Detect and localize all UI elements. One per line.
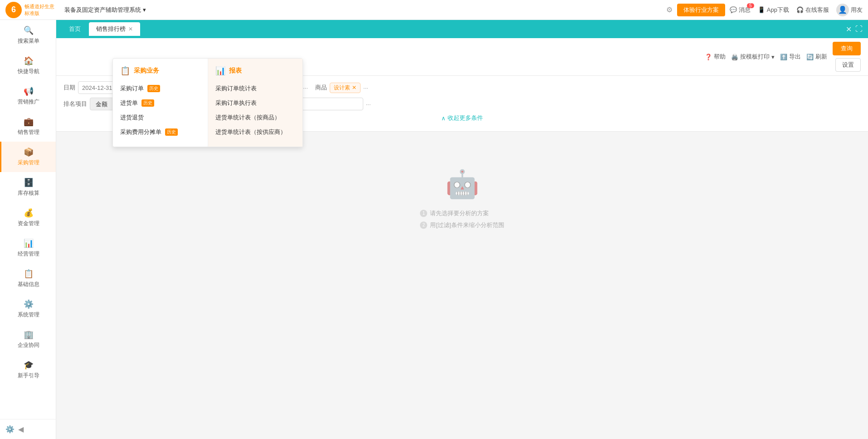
tab-bar: 首页 销售排行榜 ✕ ✕ ⛶ xyxy=(56,20,868,38)
tab-bar-right: ✕ ⛶ xyxy=(846,25,863,34)
tip-num-2: 2 xyxy=(420,222,427,229)
system-title-area[interactable]: 装备及固定资产辅助管理系统 ▾ xyxy=(64,6,662,14)
message-badge: 5 xyxy=(747,3,754,8)
history-badge-po: 历史 xyxy=(147,85,160,92)
sidebar-item-basic-info[interactable]: 📋 基础信息 xyxy=(0,263,56,294)
menu-item-po-stat[interactable]: 采购订单统计表 xyxy=(215,81,296,96)
help-btn[interactable]: ❓ 帮助 xyxy=(705,53,726,61)
menu-item-purchase-order[interactable]: 采购订单 历史 xyxy=(120,81,200,96)
refresh-icon: 🔄 xyxy=(806,54,814,60)
sidebar-item-inventory[interactable]: 🗄️ 库存核算 xyxy=(0,172,56,202)
sidebar-item-search[interactable]: 🔍 搜索菜单 xyxy=(0,20,56,50)
graduate-icon: 🎓 xyxy=(24,360,34,370)
refresh-btn[interactable]: 🔄 刷新 xyxy=(806,53,827,61)
dropdown-right-title: 📊 报表 xyxy=(215,66,296,76)
goods-tag: 设计素 ✕ xyxy=(330,83,361,93)
headset-icon: 🎧 xyxy=(796,6,804,13)
user-btn[interactable]: 👤 用友 xyxy=(836,4,863,16)
chevron-down-icon: ▾ xyxy=(143,6,146,13)
dropdown-right-col: 📊 报表 采购订单统计表 采购订单执行表 进货单统计表（按商品） xyxy=(208,59,303,147)
money-icon: 💰 xyxy=(24,208,34,218)
empty-tip-1: 1 请先选择要分析的方案 xyxy=(420,207,504,219)
app-download-btn[interactable]: 📱 App下载 xyxy=(758,6,789,14)
sidebar-item-finance[interactable]: 💰 资金管理 xyxy=(0,202,56,233)
sidebar-item-guide[interactable]: 🎓 新手引导 xyxy=(0,355,56,385)
report-icon: 📊 xyxy=(215,66,225,76)
tab-close-icon[interactable]: ✕ xyxy=(128,26,133,32)
sidebar-item-sales[interactable]: 💼 销售管理 xyxy=(0,111,56,142)
dropdown-left-col: 📋 采购业务 采购订单 历史 进货单 历史 进货退货 xyxy=(113,59,208,147)
search-icon: 🔍 xyxy=(24,25,34,35)
purchase-biz-icon: 📋 xyxy=(120,66,130,76)
box-icon: 📦 xyxy=(24,147,34,157)
topbar: 6 畅通道好生意 标准版 装备及固定资产辅助管理系统 ▾ ⚙ 体验行业方案 💬 … xyxy=(0,0,868,20)
export-btn[interactable]: ⬆️ 导出 xyxy=(780,53,801,61)
collapse-sidebar-icon[interactable]: ◀ xyxy=(18,425,24,434)
bottom-settings-icon[interactable]: ⚙️ xyxy=(5,425,15,434)
empty-tip-2: 2 用[过滤]条件来缩小分析范围 xyxy=(420,219,504,231)
goods-tag-close[interactable]: ✕ xyxy=(352,84,356,91)
phone-icon: 📱 xyxy=(758,6,765,13)
export-icon: ⬆️ xyxy=(780,54,787,60)
empty-state: 🤖 1 请先选择要分析的方案 2 用[过滤]条件来缩小分析范围 xyxy=(56,132,868,267)
tab-home[interactable]: 首页 xyxy=(62,22,88,36)
menu-item-return-goods[interactable]: 进货退货 xyxy=(120,110,200,125)
menu-item-po-exec[interactable]: 采购订单执行表 xyxy=(215,96,296,110)
filter-goods: 商品 设计素 ✕ ··· xyxy=(315,83,368,93)
sidebar-item-system[interactable]: ⚙️ 系统管理 xyxy=(0,294,56,324)
dropdown-overlay: 📋 采购业务 采购订单 历史 进货单 历史 进货退货 xyxy=(112,58,303,147)
sidebar-item-enterprise[interactable]: 🏢 企业协同 xyxy=(0,324,56,355)
message-btn[interactable]: 💬 消息 5 xyxy=(730,6,751,14)
tip-num-1: 1 xyxy=(420,210,427,217)
tab-close-page-icon[interactable]: ✕ xyxy=(846,25,852,34)
dropdown-left-title: 📋 采购业务 xyxy=(120,66,200,76)
logo-icon: 6 xyxy=(5,2,22,18)
goods-label: 商品 xyxy=(315,84,327,92)
menu-item-inbound-stat-goods[interactable]: 进货单统计表（按商品） xyxy=(215,110,296,125)
menu-item-inbound-stat-supplier[interactable]: 进货单统计表（按供应商） xyxy=(215,125,296,139)
logo-text: 畅通道好生意 标准版 xyxy=(24,3,54,16)
query-button[interactable]: 查询 xyxy=(833,42,861,55)
topbar-right: 💬 消息 5 📱 App下载 🎧 在线客服 👤 用友 xyxy=(730,4,863,16)
doc-status-dots[interactable]: ··· xyxy=(303,84,308,91)
rank-item-label: 排名项目 xyxy=(63,100,87,108)
megaphone-icon: 📢 xyxy=(24,86,34,96)
print-icon: 🖨️ xyxy=(731,54,738,60)
settings-button[interactable]: 设置 xyxy=(835,58,861,72)
collapse-btn[interactable]: ∧ 收起更多条件 xyxy=(441,114,483,122)
logo-area: 6 畅通道好生意 标准版 xyxy=(5,2,60,18)
clipboard-icon: 📋 xyxy=(24,269,34,279)
sidebar-item-purchase[interactable]: 📦 采购管理 xyxy=(0,142,56,172)
cabinet-icon: 🗄️ xyxy=(24,178,34,187)
sidebar-bottom: ⚙️ ◀ xyxy=(0,419,56,439)
menu-item-inbound-bill[interactable]: 进货单 历史 xyxy=(120,96,200,110)
sidebar-item-quick[interactable]: 🏠 快捷导航 xyxy=(0,50,56,81)
collapse-arrow-icon: ∧ xyxy=(441,115,446,122)
menu-item-purchase-expense[interactable]: 采购费用分摊单 历史 xyxy=(120,125,200,139)
customer-dots[interactable]: ··· xyxy=(366,101,371,108)
history-badge-ib: 历史 xyxy=(141,99,154,107)
help-icon: ❓ xyxy=(705,54,712,60)
avatar: 👤 xyxy=(836,4,849,16)
empty-illustration: 🤖 xyxy=(445,168,479,200)
date-label: 日期 xyxy=(63,84,75,92)
system-title: 装备及固定资产辅助管理系统 xyxy=(64,6,141,14)
industry-btn[interactable]: 体验行业方案 xyxy=(677,4,725,16)
message-icon: 💬 xyxy=(730,6,737,13)
settings-icon[interactable]: ⚙ xyxy=(666,5,673,14)
print-btn[interactable]: 🖨️ 按模板打印 ▾ xyxy=(731,53,775,61)
chart-icon: 📊 xyxy=(24,238,34,248)
tab-fullscreen-icon[interactable]: ⛶ xyxy=(855,25,863,33)
sidebar-item-marketing[interactable]: 📢 营销推广 xyxy=(0,81,56,111)
online-service-btn[interactable]: 🎧 在线客服 xyxy=(796,6,829,14)
tab-sales-rank[interactable]: 销售排行榜 ✕ xyxy=(89,22,140,36)
home-icon: 🏠 xyxy=(24,56,34,66)
building-icon: 🏢 xyxy=(24,330,34,340)
print-dropdown-icon: ▾ xyxy=(771,54,775,60)
sidebar-item-operations[interactable]: 📊 经营管理 xyxy=(0,233,56,263)
page-content: ❓ 帮助 🖨️ 按模板打印 ▾ ⬆️ 导出 🔄 刷新 查询 xyxy=(56,38,868,439)
briefcase-icon: 💼 xyxy=(24,117,34,127)
sidebar: 🔍 搜索菜单 🏠 快捷导航 📢 营销推广 💼 销售管理 📦 采购管理 🗄️ 库存… xyxy=(0,20,56,439)
goods-dots[interactable]: ··· xyxy=(363,84,368,91)
content-area: 首页 销售排行榜 ✕ ✕ ⛶ ❓ 帮助 🖨️ 按模板打印 xyxy=(56,20,868,439)
